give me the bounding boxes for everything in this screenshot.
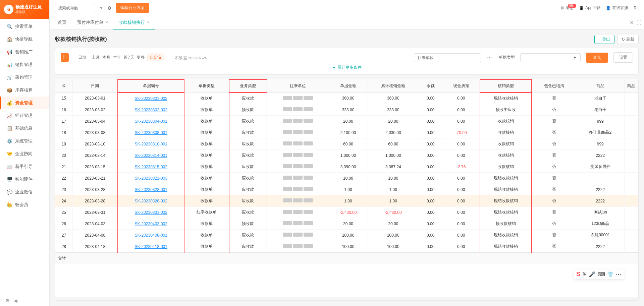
- td-biz-type: 预收款: [229, 218, 267, 230]
- voucher-type-select[interactable]: ▼: [520, 53, 581, 62]
- sidebar-label-purchase: 采购管理: [15, 74, 33, 80]
- partner-search-dots[interactable]: ···: [486, 54, 493, 61]
- sidebar-item-basic[interactable]: 📋 基础信息: [0, 122, 49, 135]
- td-seq: 15: [55, 93, 72, 104]
- service-btn[interactable]: 👤 在线客服: [606, 5, 628, 11]
- voucher-no-link[interactable]: SK-20230418-001: [135, 244, 167, 249]
- sidebar-item-wechat[interactable]: 💬 企业微信: [0, 186, 49, 198]
- sidebar-item-operation[interactable]: 📈 经营管理: [0, 109, 49, 122]
- td-biz-type: 应收款: [229, 161, 267, 173]
- sidebar-item-member[interactable]: 👑 畅会员: [0, 198, 49, 211]
- export-btn[interactable]: ↑ 导出: [594, 35, 614, 44]
- td-balance: 0.00: [419, 161, 442, 173]
- voucher-no-link[interactable]: SK-20230328-002: [135, 199, 167, 203]
- td-cash-discount: 0.00: [442, 150, 480, 161]
- sidebar-label-sales-mgmt: 销售管理: [15, 62, 33, 68]
- watermark-mic-icon[interactable]: 🎤: [589, 271, 595, 278]
- date-more[interactable]: 更多: [137, 55, 145, 60]
- footer-total-label: 合计: [55, 252, 638, 264]
- td-date: 2023-03-21: [72, 173, 118, 184]
- watermark-keyboard-icon[interactable]: ⌨: [597, 271, 605, 278]
- sidebar-item-hardware[interactable]: 🖥️ 智能硬件: [0, 173, 49, 186]
- sidebar-item-search[interactable]: 🔍 搜索菜单: [0, 20, 49, 33]
- date-7days[interactable]: 近7天: [124, 55, 134, 60]
- date-this-month[interactable]: 本月: [102, 55, 110, 60]
- sidebar-item-system[interactable]: ⚙️ 系统管理: [0, 135, 49, 147]
- sidebar-icon-system: ⚙️: [6, 138, 12, 144]
- td-balance: 0.00: [419, 241, 442, 253]
- date-custom[interactable]: 自定义: [148, 54, 164, 61]
- refresh-btn[interactable]: ↻ 刷新: [617, 35, 639, 44]
- data-table: ⚙ 日期 单据编号 单据类型 业务类型 往来单位 单据金额 累计核销金额 余额 …: [55, 79, 638, 264]
- voucher-no-link[interactable]: SK-20230315-002: [135, 165, 167, 169]
- td-partner: [267, 104, 329, 116]
- sidebar-item-marketing[interactable]: 📢 营销推广: [0, 46, 49, 58]
- td-goods: 测试jun: [576, 207, 625, 218]
- date-this-year[interactable]: 本年: [113, 55, 121, 60]
- tab-payment-apply-close[interactable]: ✕: [105, 20, 108, 24]
- watermark-more-icon[interactable]: ⋯: [616, 271, 621, 278]
- table-scroll[interactable]: ⚙ 日期 单据编号 单据类型 业务类型 往来单位 单据金额 累计核销金额 余额 …: [55, 79, 638, 297]
- voucher-no-link[interactable]: SK-20230302-002: [135, 108, 167, 112]
- solution-btn[interactable]: 体验行业方案: [116, 3, 149, 13]
- td-goods2: [625, 127, 638, 138]
- settings-filter-btn[interactable]: 设置: [613, 52, 633, 63]
- expand-tabs-btn[interactable]: ⛶: [637, 20, 641, 25]
- th-cash-discount: 现金折扣: [442, 79, 480, 93]
- sidebar-item-corp[interactable]: 🤝 企业协同: [0, 147, 49, 160]
- voucher-type-arrow: ▼: [573, 55, 577, 60]
- voucher-no-link[interactable]: SK-20230308-001: [135, 130, 167, 135]
- filter-arrow-btn[interactable]: 》: [61, 53, 69, 62]
- watermark-shirt-icon[interactable]: 👕: [607, 271, 614, 278]
- sidebar-label-hardware: 智能硬件: [15, 176, 33, 182]
- tab-home[interactable]: 首页: [52, 16, 72, 29]
- collapse-icon[interactable]: ◀: [14, 298, 17, 303]
- sidebar-logo: 6 畅捷通好生意 标推版: [0, 0, 49, 19]
- th-gear[interactable]: ⚙: [55, 79, 72, 93]
- voucher-no-link[interactable]: SK-20230314-001: [135, 153, 167, 158]
- settings-gear-icon[interactable]: ⚙: [107, 5, 112, 11]
- td-seq: 20: [55, 150, 72, 161]
- td-verify-type: 收款核销: [480, 116, 532, 127]
- voucher-no-link[interactable]: SK-20230301-002: [135, 96, 167, 101]
- messages-btn[interactable]: 🖥 消息 99+: [560, 5, 574, 11]
- td-seq: 25: [55, 207, 72, 218]
- close-all-tabs-btn[interactable]: ✕: [630, 19, 634, 26]
- voucher-no-link[interactable]: SK-20230310-001: [135, 142, 167, 146]
- sidebar-item-finance[interactable]: 💰 资金管理: [0, 97, 49, 109]
- table-row: 21 2023-03-15 SK-20230315-002 收款单 应收款 3,…: [55, 161, 638, 173]
- voucher-no-link[interactable]: SK-20230331-002: [135, 210, 167, 215]
- td-partner: [267, 195, 329, 207]
- app-download-btn[interactable]: 📱 App下载: [579, 5, 600, 11]
- voucher-no-link[interactable]: SK-20230321-003: [135, 176, 167, 181]
- date-last-month[interactable]: 上月: [92, 55, 100, 60]
- voucher-no-link[interactable]: SK-20230304-001: [135, 119, 167, 124]
- voucher-no-link[interactable]: SK-20230403-002: [135, 222, 167, 226]
- table-row: 18 2023-03-08 SK-20230308-001 收款单 应收款 2,…: [55, 127, 638, 138]
- voucher-no-link[interactable]: SK-20230328-001: [135, 187, 167, 192]
- settings-icon[interactable]: ⚙: [5, 298, 10, 303]
- sidebar-item-quicknav[interactable]: 🏠 快捷导航: [0, 33, 49, 46]
- td-voucher-no: SK-20230418-001: [118, 241, 184, 253]
- query-btn[interactable]: 查询: [586, 53, 608, 63]
- expand-more-bar[interactable]: ▼ 展开更多条件: [61, 65, 633, 70]
- sidebar-item-sales-mgmt[interactable]: 📊 销售管理: [0, 58, 49, 71]
- sidebar-item-purchase[interactable]: 🛒 采购管理: [0, 71, 49, 84]
- td-goods: [576, 173, 625, 184]
- td-cash-discount: 0.00: [442, 104, 480, 116]
- table-hscroll[interactable]: [55, 297, 638, 300]
- tab-payment-verify[interactable]: 收款核销执行 ✕: [113, 16, 155, 29]
- sidebar-item-guide[interactable]: 📖 新手引导: [0, 160, 49, 173]
- nav-search-input[interactable]: [55, 4, 95, 12]
- sidebar-item-inventory[interactable]: 📦 库存核算: [0, 84, 49, 97]
- partner-input[interactable]: [414, 53, 481, 62]
- voucher-no-link[interactable]: SK-20230408-001: [135, 233, 167, 238]
- td-cash-discount: 0.00: [442, 207, 480, 218]
- expand-icon: ▼: [332, 65, 336, 70]
- sidebar-label-wechat: 企业微信: [15, 189, 33, 195]
- td-include-settled: 否: [532, 104, 576, 116]
- tab-payment-apply[interactable]: 预付冲应付单 ✕: [72, 16, 113, 29]
- td-cumulative: 60.00: [368, 138, 419, 150]
- td-amount: 1.00: [329, 195, 368, 207]
- tab-payment-verify-close[interactable]: ✕: [147, 20, 150, 24]
